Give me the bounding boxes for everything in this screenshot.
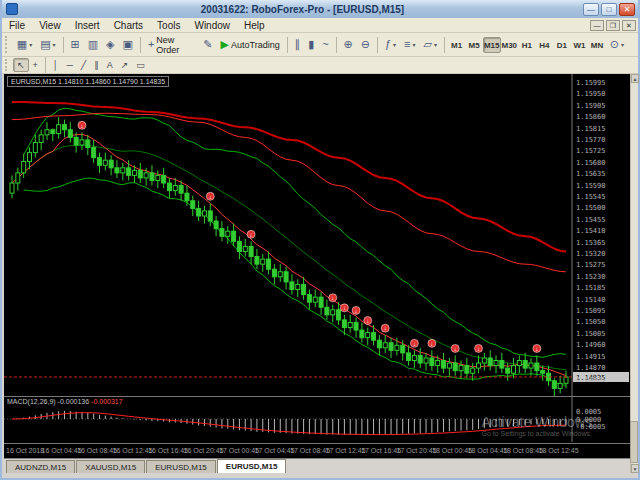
periods-button[interactable]: ≡▾ [400,35,419,55]
toolbar-separator [377,37,378,53]
sell-signal-icon: ↓ [428,339,436,347]
templates-button[interactable]: ▱▾ [419,35,440,55]
sell-signal-icon: ↓ [410,339,418,347]
timeframe-m15-button[interactable]: M15 [483,37,501,53]
chart-tab-xauusd-m15-1[interactable]: XAUUSD,M15 [76,460,145,473]
time-scale-label: 17 Oct 00:45 [219,447,259,454]
chart-line-button[interactable]: ~ [318,35,332,55]
menu-item-window[interactable]: Window [187,18,237,33]
shapes-button[interactable]: ▭ [132,58,149,72]
templates-dropdown-icon[interactable]: ▾ [434,41,437,48]
scroll-up-icon[interactable]: ▲ [631,74,639,83]
trendline-button[interactable]: ╱ [77,58,90,72]
title-bar[interactable]: 20031622: RoboForex-Pro - [EURUSD,M15] —… [2,0,638,18]
toolbar-grip[interactable] [5,36,10,52]
time-scale-label: 16 Oct 08:45 [77,447,117,454]
market-watch-button[interactable]: ⊞ [66,35,83,55]
arrow-object-button[interactable]: ↗ [117,58,133,72]
timeframe-m5-button[interactable]: M5 [465,37,483,53]
timeframe-w1-button[interactable]: W1 [571,37,589,53]
chart-tab-eurusd-m15-3[interactable]: EURUSD,M15 [217,459,287,473]
svg-text:↓: ↓ [343,305,346,311]
new-chart-button[interactable]: ▦▾ [13,35,36,55]
autotrading-button[interactable]: ▶AutoTrading [217,35,284,55]
toolbar-right-group: ⊙▾ [606,35,628,55]
svg-text:↓: ↓ [331,295,334,301]
price-scale-label: 1.15500 [576,204,606,212]
menu-item-tools[interactable]: Tools [150,18,187,33]
menu-item-view[interactable]: View [32,18,68,33]
autotrading-icon: ▶ [221,39,229,50]
new-chart-icon: ▦ [17,39,27,50]
new-chart-dropdown-icon[interactable]: ▾ [29,41,32,48]
search-button[interactable]: ⊙▾ [606,35,628,55]
price-scale-label: 1.15230 [576,273,606,281]
svg-text:↓: ↓ [477,346,480,352]
metaeditor-button[interactable]: ✎ [199,35,216,55]
timeframe-m1-button[interactable]: M1 [448,37,466,53]
menu-item-file[interactable]: File [2,18,32,33]
maximize-button[interactable]: □ [601,3,617,16]
scroll-down-icon[interactable]: ▼ [631,464,639,473]
svg-text:↓: ↓ [535,346,538,352]
sell-signal-icon: ↓ [340,304,348,312]
equidistant-channel-button[interactable]: ∥ [90,58,103,72]
close-button[interactable]: ✕ [619,3,635,16]
data-window-icon: ▥ [88,39,98,50]
price-scale-label: 1.15725 [576,147,606,155]
cursor-button[interactable]: ↖ [13,58,29,72]
menu-item-help[interactable]: Help [237,18,272,33]
menu-item-charts[interactable]: Charts [107,18,150,33]
price-chart[interactable]: ↓↓↓↓↓↓↓↓↓↓↓↓↓↑1.14835 EURUSD,M15 1.14810… [4,74,634,396]
minimize-button[interactable]: — [583,3,599,16]
horizontal-line-button[interactable]: ─ [62,58,76,72]
macd-panel[interactable]: 0.00050.0000-0.0005 MACD(12,26,9) -0.000… [4,396,634,442]
timeframe-mn-button[interactable]: MN [588,37,606,53]
time-scale-label: 16 Oct 12:45 [113,447,153,454]
chart-candles-button[interactable]: ▮ [304,35,318,55]
zoom-in-button[interactable]: ⊕ [340,35,357,55]
price-scale-label: 1.15365 [576,239,606,247]
new-order-button[interactable]: +New Order [144,35,199,55]
vertical-line-button[interactable]: │ [49,58,63,72]
child-close-button[interactable]: ✕ [622,20,636,31]
toolbar-grip[interactable] [5,59,10,70]
profiles-dropdown-icon[interactable]: ▾ [53,41,56,48]
price-scale-label: 1.14960 [576,341,606,349]
price-chart-canvas[interactable]: ↓↓↓↓↓↓↓↓↓↓↓↓↓↑1.14835 [4,74,634,396]
vertical-scrollbar[interactable]: ▲ ▼ [630,74,638,473]
zoom-out-button[interactable]: ⊖ [357,35,374,55]
zoom-out-icon: ⊖ [361,39,370,50]
text-label-button[interactable]: A [103,58,117,72]
crosshair-button[interactable]: + [29,58,42,72]
menu-item-insert[interactable]: Insert [68,18,107,33]
time-axis[interactable]: 16 Oct 201816 Oct 04:4516 Oct 08:4516 Oc… [4,443,634,458]
navigator-button[interactable]: ◈ [102,35,118,55]
time-scale-label: 18 Oct 00:45 [432,447,472,454]
child-minimize-button[interactable]: — [590,20,604,31]
chart-tab-eurusd-m15-2[interactable]: EURUSD,M15 [146,460,216,473]
chart-bars-button[interactable]: ∥ [291,35,305,55]
data-window-button[interactable]: ▥ [84,35,102,55]
indicators-button[interactable]: ƒ▾ [381,35,400,55]
svg-text:↓: ↓ [80,123,83,129]
search-dropdown-icon[interactable]: ▾ [621,41,624,48]
equidistant-channel-icon: ∥ [94,61,99,70]
child-restore-button[interactable]: ❐ [606,20,620,31]
horizontal-line-icon: ─ [66,61,72,70]
chart-tab-audnzd-m15-0[interactable]: AUDNZD,M15 [6,460,75,473]
timeframe-h1-button[interactable]: H1 [518,37,536,53]
profiles-button[interactable]: ▤▾ [36,35,59,55]
timeframe-h4-button[interactable]: H4 [536,37,554,53]
toolbar-separator [63,37,64,53]
price-scale-label: 1.15545 [576,193,606,201]
periods-dropdown-icon[interactable]: ▾ [412,41,415,48]
scrollbar-thumb[interactable] [630,421,638,463]
indicators-dropdown-icon[interactable]: ▾ [393,41,396,48]
toolbar-separator [336,37,337,53]
zoom-in-icon: ⊕ [344,39,353,50]
terminal-button[interactable]: ▣ [119,35,137,55]
timeframe-d1-button[interactable]: D1 [553,37,571,53]
timeframe-m30-button[interactable]: M30 [501,37,519,53]
time-scale-label: 17 Oct 04:45 [255,447,295,454]
